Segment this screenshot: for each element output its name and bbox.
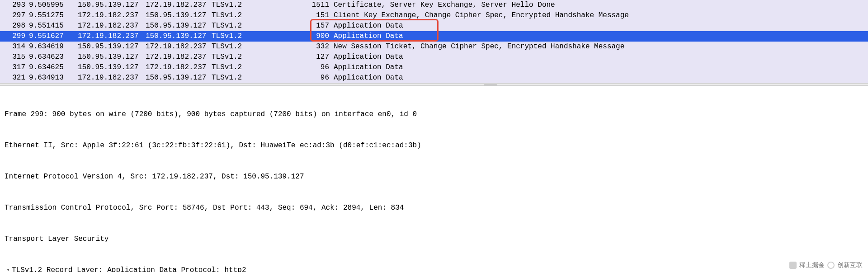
packet-col-dst: 150.95.139.127 xyxy=(146,73,212,83)
packet-col-no: 298 xyxy=(0,21,29,31)
packet-col-dst: 150.95.139.127 xyxy=(146,21,212,31)
packet-col-src: 150.95.139.127 xyxy=(78,0,146,10)
detail-record-label: TLSv1.2 Record Layer: Application Data P… xyxy=(12,265,246,272)
packet-col-info: Application Data xyxy=(334,31,868,42)
packet-col-time: 9.634913 xyxy=(29,73,78,83)
watermark-text-2: 创新互联 xyxy=(837,261,863,269)
packet-col-info: Application Data xyxy=(334,62,868,73)
packet-col-time: 9.551627 xyxy=(29,31,78,42)
packet-col-proto: TLSv1.2 xyxy=(212,0,266,10)
detail-record[interactable]: ▾TLSv1.2 Record Layer: Application Data … xyxy=(5,265,863,272)
packet-row[interactable]: 3179.634625150.95.139.127172.19.182.237T… xyxy=(0,62,868,73)
packet-col-len: 332 xyxy=(266,42,334,52)
packet-col-no: 293 xyxy=(0,0,29,10)
detail-tcp[interactable]: Transmission Control Protocol, Src Port:… xyxy=(5,203,863,213)
packet-col-info: Application Data xyxy=(334,52,868,62)
packet-col-src: 172.19.182.237 xyxy=(78,31,146,42)
packet-row[interactable]: 2979.551275172.19.182.237150.95.139.127T… xyxy=(0,10,868,21)
packet-col-src: 172.19.182.237 xyxy=(78,10,146,21)
packet-list[interactable]: 2939.505995150.95.139.127172.19.182.237T… xyxy=(0,0,868,83)
packet-row[interactable]: 3219.634913172.19.182.237150.95.139.127T… xyxy=(0,73,868,83)
packet-col-src: 150.95.139.127 xyxy=(78,52,146,62)
packet-row[interactable]: 3149.634619150.95.139.127172.19.182.237T… xyxy=(0,42,868,52)
packet-col-info: New Session Ticket, Change Cipher Spec, … xyxy=(334,42,868,52)
detail-frame[interactable]: Frame 299: 900 bytes on wire (7200 bits)… xyxy=(5,109,863,120)
packet-col-len: 1511 xyxy=(266,0,334,10)
packet-col-proto: TLSv1.2 xyxy=(212,73,266,83)
packet-col-len: 96 xyxy=(266,73,334,83)
packet-col-dst: 172.19.182.237 xyxy=(146,0,212,10)
packet-col-info: Client Key Exchange, Change Cipher Spec,… xyxy=(334,10,868,21)
packet-col-dst: 150.95.139.127 xyxy=(146,31,212,42)
packet-row[interactable]: 2999.551627172.19.182.237150.95.139.127T… xyxy=(0,31,868,42)
packet-col-time: 9.551275 xyxy=(29,10,78,21)
watermark-text-1: 稀土掘金 xyxy=(799,261,825,269)
packet-col-proto: TLSv1.2 xyxy=(212,62,266,73)
packet-col-no: 297 xyxy=(0,10,29,21)
packet-col-time: 9.551415 xyxy=(29,21,78,31)
packet-col-time: 9.634619 xyxy=(29,42,78,52)
packet-col-no: 314 xyxy=(0,42,29,52)
packet-col-time: 9.634625 xyxy=(29,62,78,73)
packet-row[interactable]: 3159.634623150.95.139.127172.19.182.237T… xyxy=(0,52,868,62)
packet-col-no: 321 xyxy=(0,73,29,83)
packet-col-len: 127 xyxy=(266,52,334,62)
packet-col-len: 900 xyxy=(266,31,334,42)
splitter[interactable] xyxy=(0,83,868,86)
packet-col-time: 9.634623 xyxy=(29,52,78,62)
packet-col-dst: 172.19.182.237 xyxy=(146,42,212,52)
packet-col-proto: TLSv1.2 xyxy=(212,52,266,62)
packet-row[interactable]: 2939.505995150.95.139.127172.19.182.237T… xyxy=(0,0,868,10)
packet-col-len: 96 xyxy=(266,62,334,73)
packet-col-info: Application Data xyxy=(334,21,868,31)
packet-col-dst: 172.19.182.237 xyxy=(146,52,212,62)
packet-col-proto: TLSv1.2 xyxy=(212,10,266,21)
svg-rect-0 xyxy=(789,262,797,269)
packet-col-dst: 172.19.182.237 xyxy=(146,62,212,73)
packet-col-src: 172.19.182.237 xyxy=(78,73,146,83)
packet-col-src: 150.95.139.127 xyxy=(78,42,146,52)
detail-ethernet[interactable]: Ethernet II, Src: Apple_3f:22:61 (3c:22:… xyxy=(5,141,863,151)
chevron-down-icon[interactable]: ▾ xyxy=(5,265,12,272)
packet-col-len: 157 xyxy=(266,21,334,31)
packet-col-proto: TLSv1.2 xyxy=(212,42,266,52)
packet-col-no: 317 xyxy=(0,62,29,73)
packet-col-no: 299 xyxy=(0,31,29,42)
packet-col-no: 315 xyxy=(0,52,29,62)
svg-point-1 xyxy=(828,262,834,268)
packet-col-proto: TLSv1.2 xyxy=(212,21,266,31)
packet-col-time: 9.505995 xyxy=(29,0,78,10)
packet-row[interactable]: 2989.551415172.19.182.237150.95.139.127T… xyxy=(0,21,868,31)
packet-col-src: 150.95.139.127 xyxy=(78,62,146,73)
packet-col-dst: 150.95.139.127 xyxy=(146,10,212,21)
packet-col-len: 151 xyxy=(266,10,334,21)
detail-tls[interactable]: Transport Layer Security xyxy=(5,234,863,244)
packet-col-info: Certificate, Server Key Exchange, Server… xyxy=(334,0,868,10)
detail-ip[interactable]: Internet Protocol Version 4, Src: 172.19… xyxy=(5,172,863,182)
packet-col-proto: TLSv1.2 xyxy=(212,31,266,42)
watermark: 稀土掘金 创新互联 xyxy=(789,261,863,269)
packet-col-info: Application Data xyxy=(334,73,868,83)
packet-details[interactable]: Frame 299: 900 bytes on wire (7200 bits)… xyxy=(0,86,868,272)
packet-col-src: 172.19.182.237 xyxy=(78,21,146,31)
